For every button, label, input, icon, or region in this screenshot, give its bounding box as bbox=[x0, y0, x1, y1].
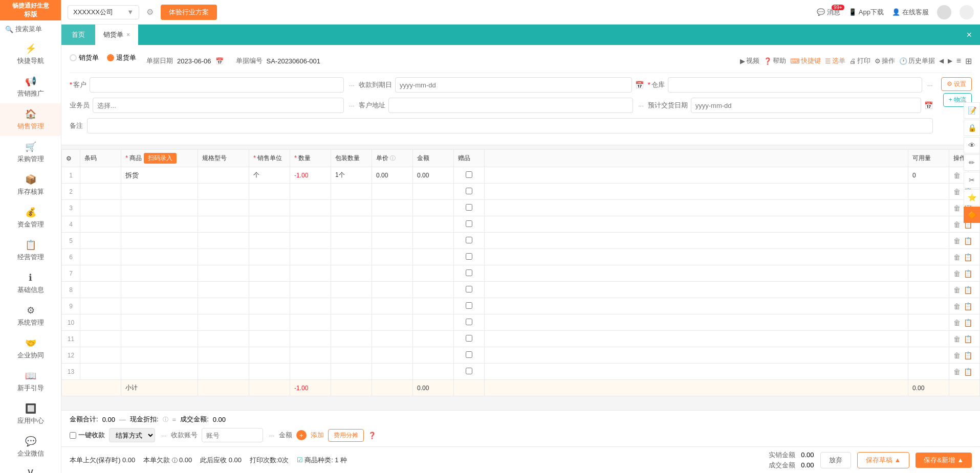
row-delete-icon[interactable]: 🗑 bbox=[953, 335, 961, 343]
row-qty[interactable] bbox=[290, 216, 331, 233]
row-gift[interactable] bbox=[454, 200, 485, 216]
row-spec[interactable] bbox=[198, 364, 249, 380]
row-spec[interactable] bbox=[198, 282, 249, 298]
row-product[interactable] bbox=[121, 249, 198, 265]
row-product[interactable]: 拆货 bbox=[121, 167, 198, 184]
customer-dots[interactable]: ··· bbox=[349, 81, 355, 89]
row-qty[interactable] bbox=[290, 347, 331, 364]
row-qty[interactable] bbox=[290, 331, 331, 347]
row-product[interactable] bbox=[121, 184, 198, 200]
row-delete-icon[interactable]: 🗑 bbox=[953, 237, 961, 245]
row-spec[interactable] bbox=[198, 314, 249, 331]
row-delete-icon[interactable]: 🗑 bbox=[953, 171, 961, 179]
expected-delivery-input[interactable] bbox=[691, 98, 921, 113]
help-btn[interactable]: ❓ 帮助 bbox=[764, 56, 786, 65]
row-product[interactable] bbox=[121, 282, 198, 298]
sidebar-item-collab[interactable]: 🤝 企业协同 bbox=[0, 332, 61, 365]
warehouse-input[interactable]: 建材仓 bbox=[668, 77, 922, 93]
list-view-btn[interactable]: ≡ bbox=[956, 56, 961, 65]
this-doc-debt-info-icon[interactable]: ⓘ bbox=[172, 457, 178, 463]
th-settings[interactable]: ⚙ bbox=[62, 150, 80, 167]
payment-method-dots[interactable]: ··· bbox=[161, 432, 167, 439]
row-delete-icon[interactable]: 🗑 bbox=[953, 253, 961, 261]
close-all-tabs-icon[interactable]: × bbox=[962, 30, 976, 40]
sidebar-item-guide[interactable]: 📖 新手引导 bbox=[0, 365, 61, 398]
row-gift[interactable] bbox=[454, 364, 485, 380]
sidebar-item-purchase[interactable]: 🛒 采购管理 bbox=[0, 136, 61, 169]
row-barcode[interactable] bbox=[80, 314, 121, 331]
row-gift[interactable] bbox=[454, 347, 485, 364]
row-spec[interactable] bbox=[198, 331, 249, 347]
settings-button[interactable]: ⚙ 设置 bbox=[941, 77, 972, 91]
sidebar-item-marketing[interactable]: 📢 营销推广 bbox=[0, 71, 61, 103]
sidebar-item-basic-info[interactable]: ℹ 基础信息 bbox=[0, 267, 61, 300]
row-product[interactable] bbox=[121, 216, 198, 233]
row-qty[interactable]: -1.00 bbox=[290, 167, 331, 184]
row-spec[interactable] bbox=[198, 216, 249, 233]
save-draft-button[interactable]: 保存草稿 ▲ bbox=[857, 452, 910, 468]
row-copy-icon[interactable]: 📋 bbox=[964, 286, 972, 294]
row-qty[interactable] bbox=[290, 364, 331, 380]
row-price[interactable] bbox=[372, 200, 413, 216]
scan-button[interactable]: 扫码录入 bbox=[144, 153, 177, 164]
float-btn-6[interactable]: ⭐ bbox=[964, 189, 980, 206]
row-qty[interactable] bbox=[290, 298, 331, 314]
row-gift[interactable] bbox=[454, 331, 485, 347]
row-gift[interactable] bbox=[454, 167, 485, 184]
row-copy-icon[interactable]: 📋 bbox=[964, 319, 972, 327]
operate-btn[interactable]: ⚙ 操作 bbox=[875, 56, 895, 65]
row-product[interactable] bbox=[121, 314, 198, 331]
expense-help-icon[interactable]: ❓ bbox=[368, 432, 376, 439]
due-date-calendar-icon[interactable]: 📅 bbox=[635, 81, 644, 89]
sidebar-item-sales[interactable]: 🏠 销售管理 bbox=[0, 103, 61, 136]
discount-info-icon[interactable]: ⓘ bbox=[163, 416, 168, 423]
row-product[interactable] bbox=[121, 331, 198, 347]
row-barcode[interactable] bbox=[80, 184, 121, 200]
row-delete-icon[interactable]: 🗑 bbox=[953, 302, 961, 310]
sidebar-item-search[interactable]: 🔍 搜索菜单 bbox=[0, 20, 61, 38]
radio-return-order[interactable]: 退货单 bbox=[107, 53, 136, 62]
app-download-btn[interactable]: 📱 App下载 bbox=[848, 8, 884, 17]
row-barcode[interactable] bbox=[80, 282, 121, 298]
message-btn[interactable]: 💬 消息 99+ bbox=[817, 8, 840, 17]
row-copy-icon[interactable]: 📋 bbox=[964, 302, 972, 310]
row-barcode[interactable] bbox=[80, 216, 121, 233]
row-barcode[interactable] bbox=[80, 249, 121, 265]
avatar[interactable] bbox=[937, 5, 951, 19]
row-copy-icon[interactable]: 📋 bbox=[964, 335, 972, 343]
next-btn[interactable]: ▶ bbox=[948, 57, 952, 64]
sidebar-item-finance[interactable]: 💰 资金管理 bbox=[0, 201, 61, 234]
row-barcode[interactable] bbox=[80, 233, 121, 249]
video-btn[interactable]: ▶ 视频 bbox=[740, 56, 759, 65]
row-copy-icon[interactable]: 📋 bbox=[964, 368, 972, 376]
customer-input[interactable] bbox=[90, 77, 344, 93]
row-spec[interactable] bbox=[198, 249, 249, 265]
save-new-button[interactable]: 保存&新增 ▲ bbox=[916, 453, 972, 468]
row-delete-icon[interactable]: 🗑 bbox=[953, 220, 961, 229]
payment-method-select[interactable]: 结算方式 bbox=[109, 428, 155, 442]
row-price[interactable] bbox=[372, 265, 413, 282]
row-gift[interactable] bbox=[454, 184, 485, 200]
row-spec[interactable] bbox=[198, 298, 249, 314]
row-gift[interactable] bbox=[454, 298, 485, 314]
sidebar-item-system[interactable]: ⚙ 系统管理 bbox=[0, 300, 61, 332]
row-gift[interactable] bbox=[454, 216, 485, 233]
float-btn-2[interactable]: 🔒 bbox=[964, 120, 980, 136]
row-price[interactable] bbox=[372, 347, 413, 364]
row-qty[interactable] bbox=[290, 314, 331, 331]
sidebar-item-member[interactable]: V 畅会员 bbox=[0, 463, 61, 473]
row-spec[interactable] bbox=[198, 233, 249, 249]
due-date-input[interactable] bbox=[395, 77, 632, 93]
row-gift[interactable] bbox=[454, 233, 485, 249]
row-product[interactable] bbox=[121, 347, 198, 364]
tab-close-icon[interactable]: × bbox=[126, 31, 130, 38]
payment-account-input[interactable] bbox=[202, 428, 263, 442]
row-spec[interactable] bbox=[198, 347, 249, 364]
float-btn-3[interactable]: 👁 bbox=[964, 137, 980, 153]
row-qty[interactable] bbox=[290, 249, 331, 265]
expense-allocation-btn[interactable]: 费用分摊 bbox=[328, 429, 364, 442]
row-gift[interactable] bbox=[454, 249, 485, 265]
sidebar-item-weixin[interactable]: 💬 企业微信 bbox=[0, 431, 61, 463]
row-gift[interactable] bbox=[454, 314, 485, 331]
prev-btn[interactable]: ◀ bbox=[939, 57, 944, 64]
